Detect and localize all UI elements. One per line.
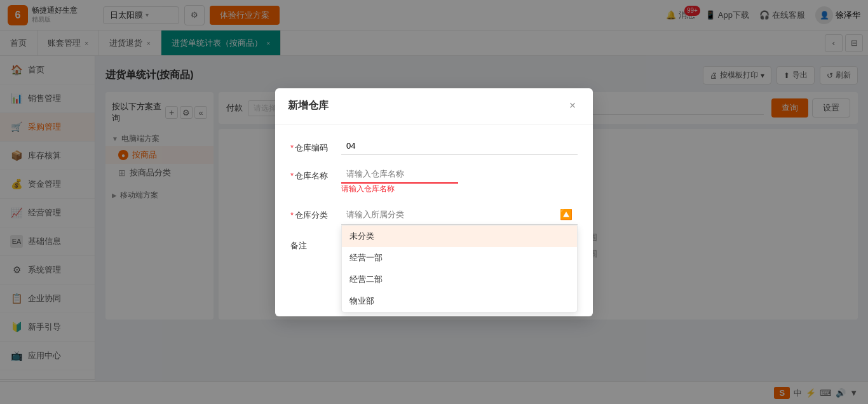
dropdown-item-ops2[interactable]: 经营二部 xyxy=(342,269,577,290)
warehouse-code-input[interactable] xyxy=(341,137,578,155)
code-label: * 仓库编码 xyxy=(290,137,341,154)
required-star2: * xyxy=(290,171,294,180)
required-star: * xyxy=(290,143,294,152)
form-row-name: * 仓库名称 请输入仓库名称 xyxy=(290,165,578,194)
category-label: * 仓库分类 xyxy=(290,205,341,221)
name-label: * 仓库名称 xyxy=(290,165,341,182)
modal-dialog: 新增仓库 × * 仓库编码 * 仓库名称 xyxy=(275,88,593,316)
modal-title: 新增仓库 xyxy=(288,99,329,112)
dropdown-item-ops1[interactable]: 经营一部 xyxy=(342,247,577,269)
modal-body: * 仓库编码 * 仓库名称 请输入仓库名称 xyxy=(275,125,593,276)
form-row-category: * 仓库分类 🔼 未分类 经营一部 经营二部 物业部 xyxy=(290,205,578,225)
dropdown-item-property[interactable]: 物业部 xyxy=(342,290,577,312)
category-dropdown-list: 未分类 经营一部 经营二部 物业部 xyxy=(341,225,578,313)
modal-overlay[interactable]: 新增仓库 × * 仓库编码 * 仓库名称 xyxy=(0,0,868,404)
form-row-code: * 仓库编码 xyxy=(290,137,578,155)
category-input-wrap: 🔼 未分类 经营一部 经营二部 物业部 xyxy=(341,205,578,225)
dropdown-up-icon: 🔼 xyxy=(560,208,573,220)
name-error-msg: 请输入仓库名称 xyxy=(341,184,395,194)
modal-header: 新增仓库 × xyxy=(275,88,593,125)
dropdown-item-unclassified[interactable]: 未分类 xyxy=(342,226,577,247)
category-input[interactable] xyxy=(346,210,560,219)
note-label: 备注 xyxy=(290,235,341,252)
modal-close-button[interactable]: × xyxy=(565,98,580,114)
name-input-row: * 仓库名称 xyxy=(290,165,458,184)
warehouse-name-input[interactable] xyxy=(341,165,458,184)
required-star3: * xyxy=(290,210,294,220)
category-dropdown-trigger[interactable]: 🔼 xyxy=(341,205,578,225)
